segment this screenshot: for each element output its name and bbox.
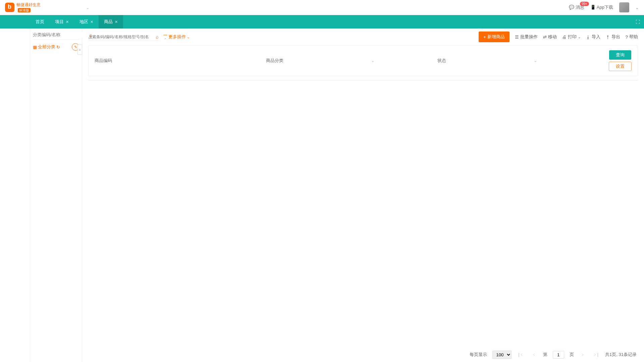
chevron-down-icon[interactable]: ⌄	[635, 5, 639, 10]
topbar: 畅捷通好生意 标准版 ⌄ 💬 消息 📱 App下载 ⌄	[0, 0, 644, 15]
sidebar	[0, 28, 30, 362]
grid-icon: ▦	[33, 45, 37, 50]
sync-icon: ↻	[56, 45, 60, 50]
filter-code-input[interactable]	[116, 57, 203, 65]
tab-项目[interactable]: 项目✕	[50, 15, 74, 28]
chevron-down-icon: ⌄	[534, 58, 537, 63]
toolbar: ⌕ 更多操作 ⌄ +新增商品 ☰批量操作 ⇄移动 🖨打印⌄ ⭳导入 ⭱导出 ?帮…	[82, 28, 644, 45]
print-button[interactable]: 🖨打印⌄	[562, 34, 581, 40]
messages-link[interactable]: 💬 消息	[569, 4, 584, 10]
tabbar: 首页项目✕地区✕商品✕ ⛶	[0, 15, 644, 28]
filter-status-label: 状态	[437, 58, 446, 64]
category-search-input[interactable]	[33, 32, 89, 37]
export-icon: ⭱	[606, 35, 610, 40]
more-operations[interactable]: 更多操作 ⌄	[163, 34, 190, 40]
logo: 畅捷通好生意 标准版	[5, 2, 41, 13]
org-selector[interactable]: ⌄	[51, 4, 90, 10]
pagination: 每页显示 100 |﹤ ﹤ 第 页 ﹥ ﹥| 共1页, 31条记录	[82, 347, 644, 362]
add-product-button[interactable]: +新增商品	[479, 32, 509, 42]
settings-button[interactable]: 设置	[609, 62, 632, 71]
brand-name: 畅捷通好生意	[16, 2, 41, 8]
help-icon: ?	[626, 35, 628, 40]
query-button[interactable]: 查询	[609, 50, 631, 60]
filter-status-select[interactable]: ⌄	[450, 58, 537, 63]
prev-page-icon[interactable]: ﹤	[531, 352, 538, 358]
filter-cat-label: 商品分类	[266, 58, 283, 64]
collapse-panel-icon[interactable]: «	[77, 45, 82, 55]
next-page-icon[interactable]: ﹥	[579, 352, 586, 358]
move-button[interactable]: ⇄移动	[543, 34, 557, 40]
per-page-select[interactable]: 100	[492, 351, 512, 359]
category-panel: ⌕ ▦ 全部分类 ↻ ✎ «	[30, 28, 82, 362]
search-icon[interactable]: ⌕	[89, 32, 92, 38]
last-page-icon[interactable]: ﹥|	[592, 352, 600, 358]
import-button[interactable]: ⭳导入	[586, 34, 600, 40]
per-page-label: 每页显示	[470, 352, 487, 358]
chevron-down-icon: ⌄	[86, 5, 90, 10]
close-icon[interactable]: ✕	[66, 20, 69, 24]
filter-cat-select[interactable]: ⌄	[287, 58, 375, 63]
product-table	[88, 80, 638, 347]
close-icon[interactable]: ✕	[90, 20, 93, 24]
tab-首页[interactable]: 首页	[30, 15, 50, 28]
print-icon: 🖨	[562, 35, 567, 40]
plus-icon: +	[483, 35, 486, 40]
close-icon[interactable]: ✕	[115, 20, 118, 24]
chevron-down-icon: ⌄	[371, 58, 375, 63]
edition-badge: 标准版	[18, 8, 31, 12]
fullscreen-icon[interactable]: ⛶	[636, 19, 640, 24]
logo-icon	[5, 3, 14, 12]
import-icon: ⭳	[586, 35, 590, 40]
filter-bar: 商品编码 商品分类 ⌄ 状态 ⌄ 查询 设置	[88, 45, 638, 76]
tab-地区[interactable]: 地区✕	[74, 15, 99, 28]
batch-ops-button[interactable]: ☰批量操作	[515, 34, 538, 40]
avatar[interactable]	[619, 2, 629, 12]
chevron-down-icon: ⌄	[578, 35, 581, 39]
first-page-icon[interactable]: |﹤	[517, 352, 525, 358]
funnel-icon	[163, 35, 167, 39]
page-input[interactable]	[553, 351, 564, 359]
chevron-down-icon: ⌄	[187, 35, 190, 39]
help-button[interactable]: ?帮助	[626, 34, 638, 40]
total-records: 共1页, 31条记录	[605, 352, 637, 358]
list-icon: ☰	[515, 35, 519, 40]
category-all[interactable]: ▦ 全部分类 ↻ ✎	[33, 43, 79, 51]
move-icon: ⇄	[543, 35, 547, 40]
search-icon[interactable]: ⌕	[156, 34, 159, 40]
export-button[interactable]: ⭱导出	[606, 34, 620, 40]
tab-商品[interactable]: 商品✕	[99, 15, 123, 28]
product-search-input[interactable]	[88, 33, 156, 41]
filter-code-label: 商品编码	[95, 58, 112, 64]
app-download-link[interactable]: 📱 App下载	[590, 4, 613, 10]
